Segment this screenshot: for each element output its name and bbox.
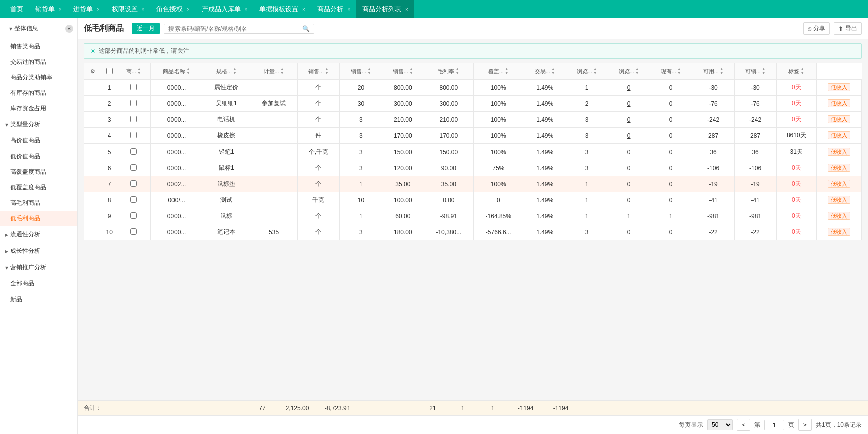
row-no-4: 5	[102, 144, 117, 160]
col-transaction[interactable]: 交易...▲▼	[524, 63, 566, 80]
row-checkbox-7[interactable]	[117, 192, 150, 208]
row-checkbox-2[interactable]	[117, 112, 150, 128]
row-browse1-7[interactable]: 0	[608, 192, 650, 208]
row-code-9: 0000...	[150, 224, 203, 240]
row-browse1-5[interactable]: 0	[608, 160, 650, 176]
close-permissions-icon[interactable]: ×	[142, 7, 145, 12]
col-spec[interactable]: 规格...▲▼	[203, 63, 250, 80]
nav-sales[interactable]: 销货单 ×	[29, 0, 67, 18]
sidebar-group-overall[interactable]: ▾ 整体信息	[4, 20, 43, 37]
page-number-input[interactable]	[764, 420, 784, 430]
row-checkbox-input-4[interactable]	[130, 148, 137, 155]
select-all-checkbox[interactable]	[106, 68, 113, 74]
row-browse1-9[interactable]: 0	[608, 224, 650, 240]
sidebar-item-sales-products[interactable]: 销售类商品	[0, 39, 77, 54]
close-product-entry-icon[interactable]: ×	[245, 7, 248, 12]
row-checkbox-input-0[interactable]	[130, 84, 137, 90]
col-sellable-days[interactable]: 可销...▲▼	[734, 63, 776, 80]
row-checkbox-9[interactable]	[117, 224, 150, 240]
sidebar-group-circulation[interactable]: ▸ 流通性分析	[0, 226, 77, 243]
col-sales-qty[interactable]: 销售...▲▼	[297, 63, 339, 80]
collapse-sidebar-btn[interactable]: «	[65, 25, 73, 33]
sidebar-item-stock-capital[interactable]: 库存资金占用	[0, 101, 77, 116]
col-select-all[interactable]	[102, 63, 117, 80]
close-roles-icon[interactable]: ×	[187, 7, 190, 12]
sidebar-group-growth[interactable]: ▸ 成长性分析	[0, 243, 77, 259]
sidebar-item-category-rate[interactable]: 商品分类助销率	[0, 70, 77, 85]
row-browse1-2[interactable]: 0	[608, 112, 650, 128]
row-browse1-0[interactable]: 0	[608, 80, 650, 96]
row-checkbox-6[interactable]	[117, 176, 150, 192]
row-browse1-6[interactable]: 0	[608, 176, 650, 192]
row-checkbox-input-7[interactable]	[130, 196, 137, 203]
col-browse2[interactable]: 浏览...▲▼	[608, 63, 650, 80]
nav-analysis-list[interactable]: 商品分析列表 ×	[356, 0, 414, 18]
row-checkbox-input-5[interactable]	[130, 164, 137, 171]
page-size-select[interactable]: 50 20 100	[707, 419, 733, 430]
col-unit[interactable]: 计量...▲▼	[250, 63, 298, 80]
nav-permissions[interactable]: 权限设置 ×	[106, 0, 150, 18]
row-browse1-8[interactable]: 1	[608, 208, 650, 224]
row-checkbox-input-2[interactable]	[130, 116, 137, 122]
col-sales-profit[interactable]: 销售...▲▼	[382, 63, 424, 80]
settings-icon[interactable]: ⚙	[90, 68, 95, 74]
row-checkbox-5[interactable]	[117, 160, 150, 176]
row-checkbox-3[interactable]	[117, 128, 150, 144]
close-sales-icon[interactable]: ×	[59, 7, 62, 12]
col-current-stock[interactable]: 现有...▲▼	[650, 63, 692, 80]
col-gross-margin[interactable]: 毛利率▲▼	[424, 63, 473, 80]
col-code[interactable]: 商...▲▼	[117, 63, 150, 80]
sidebar-item-low-value[interactable]: 低价值商品	[0, 149, 77, 164]
col-sales-amount[interactable]: 销售...▲▼	[339, 63, 382, 80]
sidebar-item-new-products[interactable]: 新品	[0, 292, 77, 307]
sidebar-group-marketing[interactable]: ▾ 营销推广分析	[0, 259, 77, 276]
row-checkbox-8[interactable]	[117, 208, 150, 224]
sidebar-item-all-products[interactable]: 全部商品	[0, 276, 77, 292]
col-tag[interactable]: 标签▲▼	[776, 63, 816, 80]
sidebar-item-high-value[interactable]: 高价值商品	[0, 133, 77, 149]
nav-home[interactable]: 首页	[4, 0, 29, 18]
nav-purchase[interactable]: 进货单 ×	[67, 0, 105, 18]
row-browse1-3[interactable]: 0	[608, 128, 650, 144]
nav-roles[interactable]: 角色授权 ×	[150, 0, 195, 18]
row-checkbox-4[interactable]	[117, 144, 150, 160]
search-input[interactable]	[168, 25, 302, 32]
sidebar-item-high-coverage[interactable]: 高覆盖度商品	[0, 164, 77, 180]
close-purchase-icon[interactable]: ×	[97, 7, 100, 12]
share-btn[interactable]: ⎋ 分享	[803, 22, 830, 35]
col-coverage[interactable]: 覆盖...▲▼	[473, 63, 524, 80]
footer-current-stock: -1194	[508, 405, 543, 412]
sidebar-item-high-margin[interactable]: 高毛利商品	[0, 195, 77, 211]
sidebar-group-type-analysis[interactable]: ▾ 类型量分析	[0, 116, 77, 133]
next-page-btn[interactable]: ＞	[798, 419, 812, 431]
row-checkbox-0[interactable]	[117, 80, 150, 96]
filter-period-btn[interactable]: 近一月	[132, 23, 160, 34]
prev-page-btn[interactable]: ＜	[737, 419, 750, 431]
close-analysis-list-icon[interactable]: ×	[405, 7, 408, 12]
sidebar-item-low-margin[interactable]: 低毛利商品	[0, 211, 77, 226]
export-btn[interactable]: ⬆ 导出	[834, 22, 862, 35]
row-checkbox-input-1[interactable]	[130, 100, 137, 106]
col-settings[interactable]: ⚙	[84, 63, 102, 80]
search-icon[interactable]: 🔍	[302, 25, 310, 32]
col-browse1[interactable]: 浏览...▲▼	[566, 63, 608, 80]
row-browse1-4[interactable]: 0	[608, 144, 650, 160]
row-checkbox-input-9[interactable]	[130, 228, 137, 235]
sidebar-item-traded-products[interactable]: 交易过的商品	[0, 54, 77, 70]
close-analysis-icon[interactable]: ×	[347, 7, 350, 12]
nav-product-entry[interactable]: 产成品入库单 ×	[196, 0, 253, 18]
nav-product-analysis[interactable]: 商品分析 ×	[311, 0, 356, 18]
row-checkbox-input-8[interactable]	[130, 212, 137, 219]
row-sellable-days-2: 0天	[776, 112, 816, 128]
col-available-stock[interactable]: 可用...▲▼	[692, 63, 734, 80]
row-checkbox-input-3[interactable]	[130, 132, 137, 138]
sidebar-item-low-coverage[interactable]: 低覆盖度商品	[0, 180, 77, 195]
table-row: 4 0000... 橡皮擦 件 3 170.00 170.00 100% 1.4…	[84, 128, 862, 144]
sidebar-item-stocked-products[interactable]: 有库存的商品	[0, 85, 77, 101]
row-checkbox-input-6[interactable]	[130, 180, 137, 187]
row-checkbox-1[interactable]	[117, 96, 150, 112]
row-browse1-1[interactable]: 0	[608, 96, 650, 112]
close-template-icon[interactable]: ×	[302, 7, 305, 12]
col-name[interactable]: 商品名称▲▼	[150, 63, 203, 80]
nav-template-settings[interactable]: 单据模板设置 ×	[253, 0, 311, 18]
